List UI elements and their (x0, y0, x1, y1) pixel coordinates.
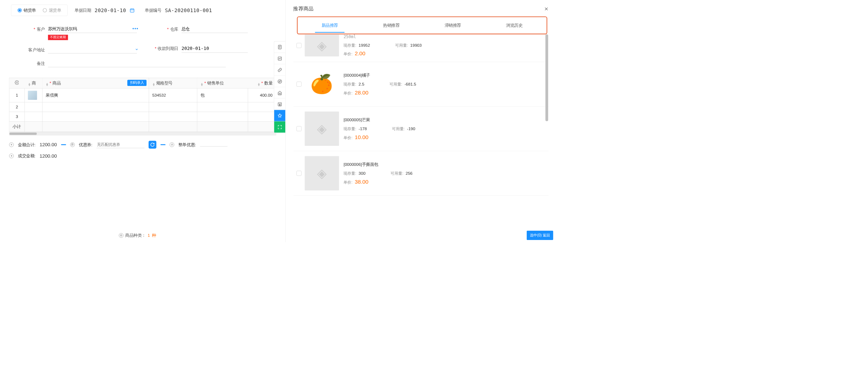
sum-label: 金额合计: (18, 142, 35, 147)
recommend-tabs-highlight: 新品推荐 热销推荐 滞销推荐 浏览历史 (297, 16, 547, 34)
col-unit-header[interactable]: ▲▼*销售单位 (197, 78, 248, 88)
yen-icon: ¥ (9, 142, 14, 147)
selected-count-button[interactable]: 选中(0) 返回 (527, 231, 553, 240)
side-tool-link[interactable] (274, 64, 285, 76)
item-avail: 19903 (410, 43, 422, 48)
scan-input-badge[interactable]: 扫码录入 (127, 80, 147, 86)
item-checkbox[interactable] (296, 43, 301, 48)
deal-icon: ✦ (9, 154, 14, 158)
coupon-input[interactable] (96, 141, 144, 148)
order-type-sale[interactable]: 销货单 (17, 7, 36, 13)
doc-date-value[interactable]: 2020-01-10 (95, 7, 126, 13)
list-item[interactable]: 🍊 [0000004]橘子 现存量:2.5 可用量:-681.5 单价:28.0… (293, 62, 548, 107)
goods-kinds-summary: ⚙ 商品种类： 1 种 (119, 233, 156, 238)
item-stock: -178 (359, 127, 367, 131)
tab-slow[interactable]: 滞销推荐 (422, 18, 484, 33)
row-unit[interactable]: 包 (197, 88, 248, 102)
col-image-header[interactable]: ▲▼商 (25, 78, 42, 88)
row-goods[interactable]: 果倍爽 (42, 88, 149, 102)
deal-label: 成交金额: (18, 153, 35, 158)
doc-no-label: 单据编号 (145, 7, 161, 13)
side-tool-doc[interactable] (274, 41, 285, 53)
full-discount-input[interactable] (200, 143, 228, 147)
col-spec-header[interactable]: ▲▼规格型号 (149, 78, 197, 88)
side-tool-star[interactable] (274, 110, 285, 121)
minus-icon (61, 144, 66, 145)
due-date-label: *收款到期日 (143, 44, 182, 51)
address-label: 客户地址 (9, 46, 48, 52)
row-spec[interactable]: 534532 (149, 88, 197, 102)
side-tool-currency[interactable] (274, 98, 285, 110)
item-name: [0000006]手撕面包 (343, 162, 548, 167)
due-date-input[interactable] (182, 44, 248, 53)
item-avail: 256 (405, 171, 412, 176)
product-image-placeholder-icon: ◈ (305, 35, 339, 57)
customer-input[interactable] (48, 25, 137, 33)
side-tool-expand[interactable] (274, 121, 285, 133)
row-index: 2 (9, 102, 25, 112)
table-row[interactable]: 2 (9, 102, 276, 112)
sum-value: 1200.00 (40, 142, 57, 147)
coupon-label: 优惠券: (79, 142, 92, 147)
summary-icon: ⚙ (119, 233, 123, 238)
side-tool-home[interactable] (274, 87, 285, 98)
item-price: 2.00 (355, 50, 366, 56)
recommend-list: ◈ 250ml 现存量:19952 可用量:19903 单价:2.00 🍊 [0… (293, 34, 548, 213)
doc-date-label: 单据日期 (75, 7, 91, 13)
order-type-return[interactable]: 退货单 (43, 7, 61, 13)
item-price: 10.00 (355, 134, 369, 140)
tab-new[interactable]: 新品推荐 (299, 18, 361, 33)
col-goods-header[interactable]: ▲▼*商品扫码录入 (42, 78, 149, 88)
table-row[interactable]: 1 果倍爽 534532 包 400.00 (9, 88, 276, 102)
item-stock: 19952 (359, 43, 370, 48)
address-input[interactable] (48, 46, 137, 53)
tab-hot[interactable]: 热销推荐 (361, 18, 422, 33)
product-thumb-icon (28, 91, 37, 100)
chevron-down-icon[interactable] (135, 47, 138, 51)
close-icon[interactable] (544, 7, 549, 11)
coupon-icon: 券 (70, 142, 75, 147)
refresh-icon (150, 142, 155, 147)
row-index: 3 (9, 112, 25, 122)
customer-label: *客户 (9, 25, 48, 32)
remark-input[interactable] (48, 60, 226, 67)
row-index: 1 (9, 88, 25, 102)
item-checkbox[interactable] (296, 82, 301, 87)
side-tool-chart[interactable] (274, 53, 285, 64)
subtotal-row: 小计 (9, 122, 276, 132)
item-name: 250ml (343, 34, 548, 39)
item-checkbox[interactable] (296, 126, 301, 131)
customer-lookup-icon[interactable]: ••• (132, 26, 138, 31)
item-avail: -681.5 (404, 82, 416, 87)
radio-checked-icon (17, 8, 22, 12)
doc-no-value: SA-20200110-001 (165, 7, 212, 13)
remark-label: 备注 (9, 60, 48, 66)
table-settings-header[interactable] (9, 78, 25, 88)
product-image-placeholder-icon: ◈ (305, 156, 339, 190)
calendar-icon[interactable] (130, 8, 135, 13)
item-price: 38.00 (355, 178, 369, 184)
item-stock: 2.5 (359, 82, 364, 87)
vertical-scrollbar[interactable] (545, 34, 548, 121)
minus-icon (160, 144, 165, 145)
horizontal-scrollbar[interactable] (9, 132, 276, 135)
item-checkbox[interactable] (296, 171, 301, 176)
item-name: [0000004]橘子 (343, 73, 548, 78)
col-qty-header[interactable]: ▲▼*数量 (248, 78, 276, 88)
warehouse-input[interactable] (182, 25, 248, 33)
list-item[interactable]: ◈ 250ml 现存量:19952 可用量:19903 单价:2.00 (293, 34, 548, 62)
recommend-title: 推荐商品 (293, 5, 313, 12)
side-toolbar (274, 41, 285, 133)
list-item[interactable]: ◈ [0000005]芒果 现存量:-178 可用量:-190 单价:10.00 (293, 107, 548, 151)
deal-value: 1200.00 (40, 153, 57, 158)
side-tool-swap[interactable] (274, 76, 285, 87)
svg-point-1 (16, 82, 17, 83)
full-discount-label: 整单优惠: (178, 142, 196, 147)
table-row[interactable]: 3 (9, 112, 276, 122)
gear-icon (15, 80, 19, 85)
product-image-placeholder-icon: ◈ (305, 112, 339, 146)
row-qty[interactable]: 400.00 (248, 88, 276, 102)
list-item[interactable]: ◈ [0000006]手撕面包 现存量:300 可用量:256 单价:38.00 (293, 151, 548, 196)
refresh-coupon-button[interactable] (149, 141, 157, 149)
tab-history[interactable]: 浏览历史 (484, 18, 545, 33)
